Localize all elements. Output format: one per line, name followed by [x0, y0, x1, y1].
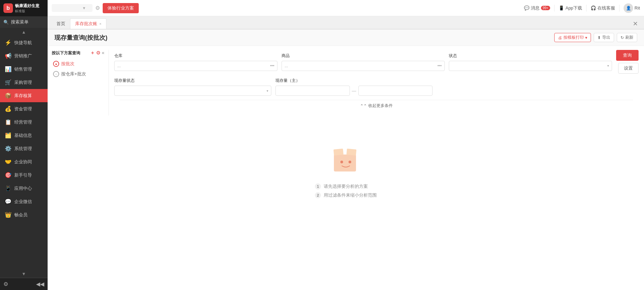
- collapse-icon[interactable]: ◀◀: [36, 281, 44, 287]
- online-service-label: 在线客服: [597, 5, 615, 11]
- tip-num-2: 2: [315, 192, 321, 198]
- inventory-qty-range: —: [275, 86, 433, 96]
- basic-label: 基础信息: [14, 132, 32, 139]
- print-btn[interactable]: 🖨 按模板打印 ▾: [554, 33, 591, 42]
- divider-3: [619, 5, 620, 12]
- export-icon: ⬆: [597, 35, 601, 40]
- scroll-up-btn[interactable]: ▲: [0, 28, 48, 36]
- empty-tip-2: 2 用过滤条件来缩小分析范围: [315, 192, 377, 198]
- tab-home-label: 首页: [56, 21, 65, 27]
- sidebar-nav: ⚡ 快捷导航 📢 营销推广 📊 销售管理 🛒 采购管理 📦 库存核算 💰 资金管…: [0, 36, 48, 270]
- svg-point-3: [340, 161, 343, 163]
- scheme-settings-icon[interactable]: ⊙: [96, 50, 100, 56]
- panel-collapse-icon[interactable]: «: [102, 50, 104, 56]
- warehouse-input[interactable]: ... •••: [114, 61, 277, 71]
- purchase-icon: 🛒: [5, 79, 12, 86]
- sidebar-item-marketing[interactable]: 📢 营销推广: [0, 49, 48, 62]
- divider-1: [554, 5, 555, 12]
- sidebar-footer: ⚙ ◀◀: [0, 278, 48, 290]
- search-dropdown-icon[interactable]: ▾: [83, 5, 85, 11]
- chevron-up-icon: ⌃⌃: [360, 104, 367, 108]
- settings-filter-btn[interactable]: 设置: [618, 63, 639, 74]
- app-title-block: 畅康通好生意 标准版: [15, 3, 39, 14]
- sales-label: 销售管理: [14, 66, 32, 72]
- finance-label: 资金管理: [14, 106, 32, 112]
- app-version: 标准版: [15, 9, 39, 14]
- empty-state: 1 请先选择要分析的方案 2 用过滤条件来缩小分析范围: [48, 115, 644, 225]
- message-action[interactable]: 💬 消息 99+: [524, 5, 550, 11]
- member-icon: 👑: [5, 212, 12, 218]
- status-label: 状态: [449, 53, 612, 59]
- inventory-qty-label: 现存量（主）: [275, 78, 433, 84]
- sidebar-item-quick-nav[interactable]: ⚡ 快捷导航: [0, 36, 48, 49]
- search-menu-item[interactable]: 🔍 搜索菜单: [0, 16, 48, 28]
- tab-home[interactable]: 首页: [52, 19, 70, 29]
- warehouse-more-icon[interactable]: •••: [270, 64, 274, 68]
- enterprise-label: 企业协同: [14, 159, 32, 165]
- top-search-input[interactable]: [54, 6, 82, 11]
- page-header: 现存量查询(按批次) 🖨 按模板打印 ▾ ⬆ 导出 ↻ 刷新: [48, 30, 644, 46]
- sidebar-item-purchase[interactable]: 🛒 采购管理: [0, 76, 48, 89]
- tab-close-icon[interactable]: ×: [99, 22, 101, 26]
- filter-area: 按以下方案查询 ＋ ⊙ « ● 按批次 ○ 按仓库+批次: [48, 46, 644, 115]
- scheme-batch-radio: ●: [53, 61, 59, 67]
- left-panel-header: 按以下方案查询 ＋ ⊙ «: [50, 50, 106, 56]
- scheme-item-warehouse-batch[interactable]: ○ 按仓库+批次: [50, 69, 106, 79]
- export-btn-label: 导出: [602, 35, 610, 40]
- inventory-qty-min[interactable]: [275, 86, 350, 96]
- collapse-more-btn[interactable]: ⌃⌃ 收起更多条件: [120, 100, 633, 111]
- main-area: ▾ ⚙ 体验行业方案 💬 消息 99+ 📱 App下载 🎧 在线客服 👤 Rit…: [48, 0, 644, 290]
- sidebar-item-wechat[interactable]: 💬 企业微信: [0, 195, 48, 208]
- username-label: Rit: [634, 5, 640, 11]
- sidebar-item-member[interactable]: 👑 畅会员: [0, 208, 48, 221]
- app-download-action[interactable]: 📱 App下载: [559, 5, 582, 11]
- close-all-btn[interactable]: ✕: [631, 19, 640, 28]
- user-avatar-action[interactable]: 👤 Rit: [624, 3, 640, 13]
- marketing-icon: 📢: [5, 53, 12, 59]
- trial-btn[interactable]: 体验行业方案: [103, 3, 139, 13]
- export-btn[interactable]: ⬆ 导出: [594, 33, 614, 42]
- system-label: 系统管理: [14, 146, 32, 152]
- refresh-btn[interactable]: ↻ 刷新: [617, 33, 637, 42]
- sidebar-item-system[interactable]: ⚙️ 系统管理: [0, 142, 48, 155]
- product-field: 商品 ... •••: [282, 53, 445, 71]
- settings-icon[interactable]: ⚙: [3, 281, 8, 287]
- tabs-bar: 首页 库存批次账 × ✕: [48, 16, 644, 30]
- product-input[interactable]: ... •••: [282, 61, 445, 71]
- sidebar-item-newbie[interactable]: 🎯 新手引导: [0, 168, 48, 182]
- inventory-status-dropdown-icon: ▾: [267, 89, 268, 93]
- sidebar-item-basic[interactable]: 🗂️ 基础信息: [0, 129, 48, 142]
- sidebar-item-finance[interactable]: 💰 资金管理: [0, 102, 48, 115]
- scheme-item-batch[interactable]: ● 按批次: [50, 59, 106, 69]
- settings-gear-icon[interactable]: ⚙: [95, 5, 100, 11]
- product-more-icon[interactable]: •••: [437, 64, 442, 68]
- empty-tip-1: 1 请先选择要分析的方案: [315, 183, 377, 189]
- warehouse-label: 仓库: [114, 53, 277, 59]
- tab-inventory-batch[interactable]: 库存批次账 ×: [70, 18, 106, 29]
- online-service-action[interactable]: 🎧 在线客服: [591, 5, 615, 11]
- inventory-status-select[interactable]: ▾: [114, 86, 271, 96]
- scroll-down-btn[interactable]: ▼: [0, 270, 48, 278]
- left-panel-title: 按以下方案查询: [52, 50, 80, 56]
- page-title: 现存量查询(按批次): [54, 34, 107, 42]
- status-select[interactable]: ▾: [449, 61, 612, 71]
- app-download-label: App下载: [565, 5, 582, 11]
- warehouse-field: 仓库 ... •••: [114, 53, 277, 71]
- sidebar-item-inventory[interactable]: 📦 库存核算: [0, 89, 48, 102]
- add-scheme-icon[interactable]: ＋: [90, 50, 95, 56]
- top-search-box[interactable]: ▾: [52, 4, 92, 12]
- sidebar-item-apps[interactable]: 📱 应用中心: [0, 182, 48, 195]
- inventory-qty-max[interactable]: [358, 86, 433, 96]
- sidebar-item-operations[interactable]: 📋 经营管理: [0, 115, 48, 129]
- scheme-warehouse-batch-radio: ○: [53, 71, 59, 77]
- sidebar-item-sales[interactable]: 📊 销售管理: [0, 62, 48, 76]
- collapse-more-label: 收起更多条件: [368, 103, 393, 109]
- wechat-icon: 💬: [5, 198, 12, 205]
- sidebar-item-enterprise[interactable]: 🤝 企业协同: [0, 155, 48, 168]
- query-btn[interactable]: 查询: [616, 50, 639, 61]
- enterprise-icon: 🤝: [5, 159, 12, 165]
- print-dropdown-icon[interactable]: ▾: [585, 35, 587, 40]
- sidebar: b 畅康通好生意 标准版 🔍 搜索菜单 ▲ ⚡ 快捷导航 📢 营销推广 📊 销售…: [0, 0, 48, 290]
- inventory-icon: 📦: [5, 92, 12, 99]
- app-logo: b: [3, 3, 13, 13]
